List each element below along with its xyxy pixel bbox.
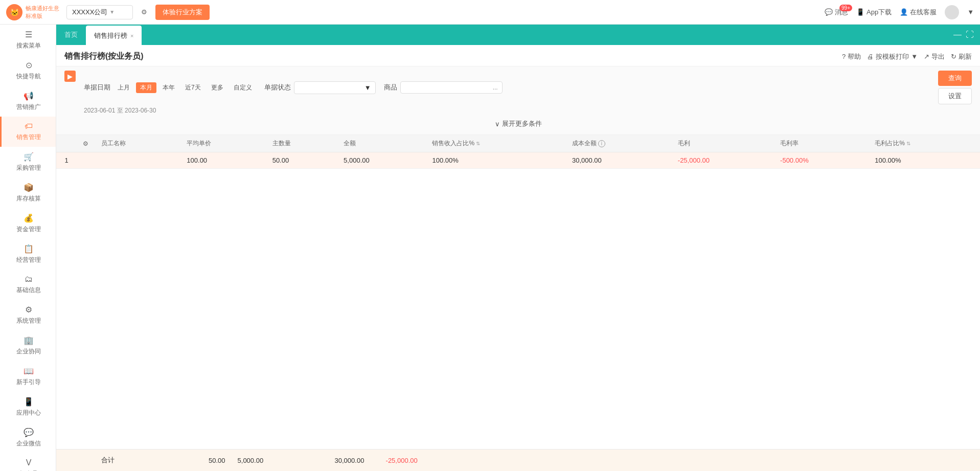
content-area: 首页 销售排行榜 × — ⛶ 销售排行榜(按业务员) ? 帮助 bbox=[56, 25, 980, 471]
goods-select[interactable]: ... bbox=[400, 81, 503, 94]
guide-icon: 📖 bbox=[24, 366, 34, 376]
filter-area: ▶ 单据日期 上月 本月 本年 近7天 更多 bbox=[56, 66, 980, 135]
basic-info-icon: 🗂 bbox=[25, 275, 33, 284]
purchase-icon: 🛒 bbox=[24, 152, 34, 162]
print-button[interactable]: 🖨 按模板打印 ▼ bbox=[867, 52, 918, 61]
company-selector[interactable]: XXXXX公司 ▼ bbox=[66, 5, 133, 19]
gear-icon[interactable]: ⚙ bbox=[137, 5, 151, 19]
table-header-row: ⚙ 员工名称 平均单价 主数量 全额 销售收入占比% ⇅ bbox=[56, 135, 980, 152]
col-rank bbox=[56, 135, 77, 152]
page-title: 销售排行榜(按业务员) bbox=[64, 51, 144, 62]
sidebar-item-app-center[interactable]: 📱 应用中心 bbox=[0, 392, 56, 422]
sidebar-item-quick-nav[interactable]: ⊙ 快捷导航 bbox=[0, 55, 56, 86]
status-filter: 单据状态 ▼ bbox=[264, 81, 376, 94]
tab-home[interactable]: 首页 bbox=[56, 25, 86, 45]
col-gross-pct[interactable]: 毛利占比% ⇅ bbox=[869, 135, 980, 152]
page-content: 销售排行榜(按业务员) ? 帮助 🖨 按模板打印 ▼ ↗ 导出 bbox=[56, 45, 980, 471]
sidebar-item-operations[interactable]: 📋 经营管理 bbox=[0, 239, 56, 270]
date-filter: 单据日期 上月 本月 本年 近7天 更多 自定义 bbox=[84, 82, 256, 93]
experience-button[interactable]: 体验行业方案 bbox=[155, 5, 210, 20]
sidebar-item-search-order[interactable]: ☰ 搜索菜单 bbox=[0, 25, 56, 55]
user-name[interactable]: ▼ bbox=[967, 8, 974, 16]
sidebar-item-purchase[interactable]: 🛒 采购管理 bbox=[0, 147, 56, 177]
status-filter-label: 单据状态 bbox=[264, 83, 291, 92]
export-icon: ↗ bbox=[924, 53, 929, 60]
col-avg-price: 平均单价 bbox=[180, 135, 266, 152]
sidebar-item-enterprise[interactable]: 🏢 企业协同 bbox=[0, 330, 56, 361]
date-tab-more[interactable]: 更多 bbox=[207, 82, 227, 93]
table-footer: 合计 50.00 5,000.00 30,000.00 -25,000.00 bbox=[56, 449, 980, 471]
goods-filter: 商品 ... bbox=[384, 81, 503, 94]
query-button[interactable]: 查询 bbox=[938, 71, 972, 86]
filter-row-2: ∨ 展开更多条件 bbox=[64, 117, 972, 130]
status-select[interactable]: ▼ bbox=[294, 81, 376, 94]
avatar[interactable] bbox=[945, 5, 959, 19]
tab-sales-ranking[interactable]: 销售排行榜 × bbox=[86, 26, 142, 46]
logo-text: 畅康通好生意 标准版 bbox=[26, 5, 59, 19]
topbar: 🐱 畅康通好生意 标准版 XXXXX公司 ▼ ⚙ 体验行业方案 💬 消息 99+… bbox=[0, 0, 980, 25]
logo-icon: 🐱 bbox=[6, 4, 22, 20]
total-cost: 30,000.00 bbox=[329, 454, 380, 467]
print-icon: 🖨 bbox=[867, 53, 874, 60]
sidebar-item-wechat[interactable]: 💬 企业微信 bbox=[0, 422, 56, 453]
tab-close-icon[interactable]: × bbox=[130, 33, 133, 39]
window-maximize-icon[interactable]: ⛶ bbox=[966, 30, 974, 39]
sidebar-item-inventory[interactable]: 📦 库存核算 bbox=[0, 177, 56, 208]
data-table: ⚙ 员工名称 平均单价 主数量 全额 销售收入占比% ⇅ bbox=[56, 135, 980, 169]
help-button[interactable]: ? 帮助 bbox=[842, 52, 861, 61]
sidebar-item-sales[interactable]: 🏷 销售管理 bbox=[0, 117, 56, 147]
search-order-icon: ☰ bbox=[25, 30, 32, 39]
enterprise-icon: 🏢 bbox=[24, 335, 34, 345]
marketing-icon: 📢 bbox=[24, 91, 34, 101]
tab-bar: 首页 销售排行榜 × — ⛶ bbox=[56, 25, 980, 45]
online-service-button[interactable]: 👤 在线客服 bbox=[900, 8, 937, 17]
operations-icon: 📋 bbox=[24, 244, 34, 254]
expand-icon: ∨ bbox=[495, 120, 500, 128]
refresh-button[interactable]: ↻ 刷新 bbox=[951, 52, 972, 61]
date-tab-prev-month[interactable]: 上月 bbox=[113, 82, 134, 93]
sidebar-item-system[interactable]: ⚙ 系统管理 bbox=[0, 300, 56, 330]
date-filter-label: 单据日期 bbox=[84, 83, 110, 92]
date-tab-this-year[interactable]: 本年 bbox=[158, 82, 179, 93]
total-quantity: 50.00 bbox=[202, 454, 232, 467]
sidebar-item-marketing[interactable]: 📢 营销推广 bbox=[0, 86, 56, 117]
export-button[interactable]: ↗ 导出 bbox=[924, 52, 945, 61]
date-tab-custom[interactable]: 自定义 bbox=[230, 82, 256, 93]
table-area: ⚙ 员工名称 平均单价 主数量 全额 销售收入占比% ⇅ bbox=[56, 135, 980, 449]
message-button[interactable]: 💬 消息 99+ bbox=[825, 8, 848, 17]
sidebar-item-member[interactable]: V 畅会员 bbox=[0, 453, 56, 471]
refresh-icon: ↻ bbox=[951, 53, 956, 60]
wechat-icon: 💬 bbox=[24, 428, 34, 437]
date-range-display: 2023-06-01 至 2023-06-30 bbox=[84, 106, 972, 115]
setting-button[interactable]: 设置 bbox=[938, 88, 972, 104]
table-row[interactable]: 1100.0050.005,000.00100.00%30,000.00-25,… bbox=[56, 152, 980, 169]
date-tab-current-month[interactable]: 本月 bbox=[136, 82, 156, 93]
sort-icon-sales-pct[interactable]: ⇅ bbox=[476, 141, 480, 146]
member-icon: V bbox=[26, 458, 32, 467]
expand-filter-button[interactable]: ∨ 展开更多条件 bbox=[491, 117, 546, 130]
col-gross-rate: 毛利率 bbox=[774, 135, 869, 152]
sidebar-item-finance[interactable]: 💰 资金管理 bbox=[0, 208, 56, 239]
topbar-right: 💬 消息 99+ 📱 App下载 👤 在线客服 ▼ bbox=[825, 5, 974, 19]
date-tab-last-7days[interactable]: 近7天 bbox=[181, 82, 205, 93]
filter-toggle-button[interactable]: ▶ bbox=[64, 71, 76, 82]
system-icon: ⚙ bbox=[25, 305, 32, 315]
app-download-button[interactable]: 📱 App下载 bbox=[856, 8, 892, 17]
cost-info-icon[interactable]: i bbox=[598, 140, 605, 147]
goods-filter-label: 商品 bbox=[384, 83, 397, 92]
page-header: 销售排行榜(按业务员) ? 帮助 🖨 按模板打印 ▼ ↗ 导出 bbox=[56, 45, 980, 66]
inventory-icon: 📦 bbox=[24, 183, 34, 192]
help-icon: ? bbox=[842, 53, 846, 60]
col-amount: 全额 bbox=[337, 135, 426, 152]
total-sales-pct bbox=[278, 457, 329, 463]
sidebar-item-basic-info[interactable]: 🗂 基础信息 bbox=[0, 270, 56, 300]
goods-more-link[interactable]: ... bbox=[493, 84, 498, 91]
logo-area: 🐱 畅康通好生意 标准版 bbox=[6, 4, 62, 20]
table-body: 1100.0050.005,000.00100.00%30,000.00-25,… bbox=[56, 152, 980, 169]
sidebar-item-guide[interactable]: 📖 新手引导 bbox=[0, 361, 56, 392]
sort-icon-gross-pct[interactable]: ⇅ bbox=[906, 141, 910, 146]
col-settings[interactable]: ⚙ bbox=[77, 135, 95, 152]
window-minimize-icon[interactable]: — bbox=[953, 30, 962, 39]
page-header-actions: ? 帮助 🖨 按模板打印 ▼ ↗ 导出 ↻ 刷新 bbox=[842, 52, 972, 61]
col-sales-pct[interactable]: 销售收入占比% ⇅ bbox=[426, 135, 565, 152]
